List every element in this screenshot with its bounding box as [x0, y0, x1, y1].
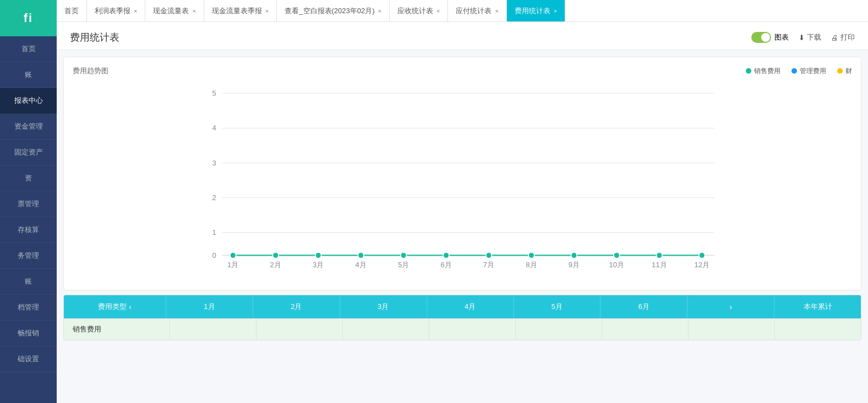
download-icon: ⬇ [799, 34, 805, 42]
tab-payable[interactable]: 应付统计表 × [448, 0, 506, 21]
sidebar-item-investment[interactable]: 资 [0, 165, 57, 191]
chart-toggle-wrap: 图表 [751, 32, 789, 43]
header-actions: 图表 ⬇ 下载 🖨 打印 [751, 32, 855, 43]
sidebar-item-ledger[interactable]: 账 [0, 62, 57, 88]
legend-finance-label: 财 [845, 67, 852, 76]
next-arrow[interactable]: › [729, 302, 732, 311]
tab-receivable-label: 应收统计表 [397, 6, 433, 16]
th-m3-label: 3月 [378, 302, 389, 312]
svg-text:12月: 12月 [694, 261, 709, 269]
th-m1: 1月 [166, 295, 253, 318]
table-row: 销售费用 [64, 318, 861, 340]
tab-receivable-close[interactable]: × [436, 8, 440, 14]
svg-text:5: 5 [212, 89, 216, 97]
tab-profit-quarterly-label: 利润表季报 [95, 6, 130, 16]
tab-home[interactable]: 首页 [57, 0, 87, 21]
svg-text:11月: 11月 [652, 261, 667, 269]
svg-text:10月: 10月 [609, 261, 625, 269]
tab-payable-close[interactable]: × [495, 8, 498, 14]
sidebar-item-fixed-assets[interactable]: 固定资产 [0, 140, 57, 165]
tab-blank-report-label: 查看_空白报表(2023年02月) [285, 6, 374, 16]
tab-blank-report-close[interactable]: × [378, 8, 381, 14]
th-ytd-label: 本年累计 [804, 302, 832, 312]
svg-text:8月: 8月 [526, 261, 537, 269]
svg-point-25 [272, 252, 279, 258]
svg-point-31 [528, 252, 534, 258]
tab-profit-quarterly-close[interactable]: × [134, 8, 137, 14]
chart-legend: 销售费用 管理费用 财 [746, 67, 852, 76]
svg-text:5月: 5月 [398, 261, 409, 269]
tab-home-label: 首页 [64, 6, 79, 16]
download-button[interactable]: ⬇ 下载 [799, 32, 821, 42]
tab-cashflow-close[interactable]: × [192, 8, 195, 14]
svg-text:1月: 1月 [227, 261, 238, 269]
prev-arrow[interactable]: ‹ [129, 302, 132, 311]
th-m2-label: 2月 [291, 302, 302, 312]
td-m5 [516, 319, 602, 340]
tab-profit-quarterly[interactable]: 利润表季报 × [87, 0, 145, 21]
svg-text:3: 3 [212, 159, 216, 167]
th-m1-label: 1月 [204, 302, 215, 312]
tab-expense-close[interactable]: × [554, 8, 557, 14]
th-m6-label: 6月 [638, 302, 649, 312]
sidebar-item-service[interactable]: 务管理 [0, 243, 57, 269]
svg-text:4: 4 [212, 124, 216, 132]
th-nav-next[interactable]: › [687, 295, 774, 318]
sidebar-item-inventory[interactable]: 存核算 [0, 217, 57, 243]
th-m6: 6月 [600, 295, 687, 318]
chart-title: 费用趋势图 [73, 66, 108, 76]
td-m1 [170, 319, 256, 340]
td-m3 [343, 319, 429, 340]
svg-text:4月: 4月 [355, 261, 366, 269]
chart-toggle-label: 图表 [774, 32, 789, 42]
legend-admin-label: 管理费用 [800, 67, 826, 76]
sidebar-item-accounts[interactable]: 账 [0, 269, 57, 295]
td-m4 [429, 319, 516, 340]
line-chart-svg: 5 4 3 2 1 0 1月 2月 3月 4月 5月 6月 7月 8月 9 [73, 81, 852, 279]
tab-blank-report[interactable]: 查看_空白报表(2023年02月) × [277, 0, 390, 21]
svg-text:9月: 9月 [569, 261, 580, 269]
chart-toggle[interactable] [751, 32, 771, 43]
td-type-value: 销售费用 [73, 325, 101, 333]
download-label: 下载 [807, 32, 821, 42]
svg-point-29 [443, 252, 449, 258]
sidebar-item-files[interactable]: 档管理 [0, 295, 57, 321]
th-type: 费用类型 ‹ [64, 295, 166, 318]
chart-section: 费用趋势图 销售费用 管理费用 财 [63, 57, 861, 290]
td-m2 [256, 319, 343, 340]
svg-point-24 [230, 252, 236, 258]
tab-cashflow-quarterly-close[interactable]: × [265, 8, 269, 14]
sidebar-item-settings[interactable]: 础设置 [0, 346, 57, 372]
td-ytd [775, 319, 861, 340]
svg-text:7月: 7月 [483, 261, 494, 269]
print-button[interactable]: 🖨 打印 [831, 32, 855, 42]
svg-text:1: 1 [212, 228, 216, 236]
legend-sales-dot [746, 68, 751, 74]
tab-receivable[interactable]: 应收统计表 × [390, 0, 448, 21]
sidebar-item-invoice[interactable]: 票管理 [0, 191, 57, 217]
svg-point-26 [315, 252, 321, 258]
tab-payable-label: 应付统计表 [456, 6, 492, 16]
svg-point-34 [656, 252, 662, 258]
svg-text:0: 0 [212, 251, 216, 260]
chart-container: 5 4 3 2 1 0 1月 2月 3月 4月 5月 6月 7月 8月 9 [73, 81, 852, 281]
legend-finance: 财 [837, 67, 852, 76]
td-m6 [602, 319, 689, 340]
sidebar-item-report-center[interactable]: 报表中心 [0, 88, 57, 114]
tab-cashflow-label: 现金流量表 [153, 6, 189, 16]
svg-point-27 [358, 252, 364, 258]
th-m4-label: 4月 [465, 302, 476, 312]
svg-point-30 [486, 252, 492, 258]
tab-expense[interactable]: 费用统计表 × [507, 0, 565, 21]
tab-cashflow-quarterly[interactable]: 现金流量表季报 × [204, 0, 277, 21]
th-m5-label: 5月 [552, 302, 563, 312]
main-area: 首页 利润表季报 × 现金流量表 × 现金流量表季报 × 查看_空白报表(202… [57, 0, 868, 403]
th-type-label: 费用类型 [98, 302, 127, 312]
sidebar-item-fund[interactable]: 资金管理 [0, 114, 57, 140]
tab-cashflow[interactable]: 现金流量表 × [145, 0, 204, 21]
th-ytd: 本年累计 [774, 295, 861, 318]
sidebar-item-writeoff[interactable]: 畅报销 [0, 321, 57, 346]
svg-point-33 [614, 252, 620, 258]
th-m4: 4月 [427, 295, 514, 318]
sidebar-item-home[interactable]: 首页 [0, 36, 57, 62]
